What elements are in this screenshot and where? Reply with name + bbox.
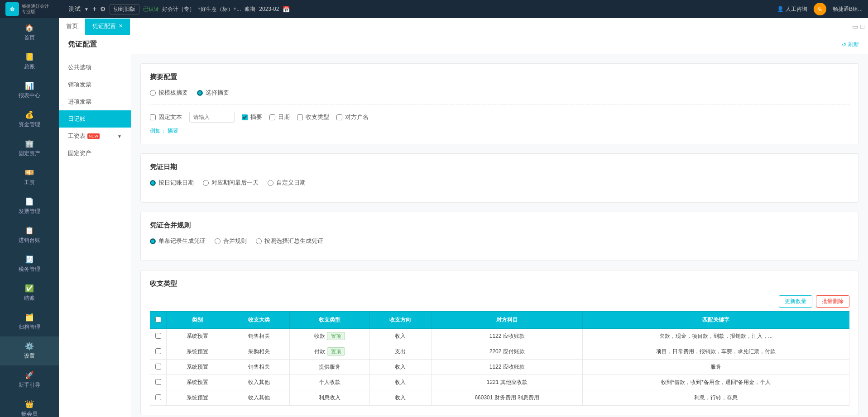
left-nav-public[interactable]: 公共选项 — [59, 59, 131, 76]
maximize-icon[interactable]: □ — [861, 23, 864, 30]
row5-category: 系统预置 — [167, 390, 228, 406]
th-direction: 收支方向 — [369, 312, 431, 329]
left-nav-payroll[interactable]: 工资表 NEW ▼ — [59, 128, 131, 145]
checkbox-fixed-text[interactable]: 固定文本 — [150, 113, 182, 121]
chevron-down-icon[interactable]: ▼ — [84, 7, 89, 12]
archive-icon: 🗂️ — [25, 313, 34, 322]
row4-check — [150, 375, 167, 390]
sidebar-item-salary[interactable]: 💴 工资 — [0, 163, 59, 192]
sidebar-item-checkout[interactable]: ✅ 结账 — [0, 279, 59, 308]
plus-icon[interactable]: + — [92, 5, 96, 13]
row3-subject: 1122 应收账款 — [432, 360, 583, 375]
table-wrapper: 类别 收支大类 收支类型 收支方向 对方科目 匹配关键字 — [150, 311, 849, 406]
status-tags: 已认证 好会计（专） +好生意（标）+... — [143, 5, 241, 13]
summary-radio-group: 按模板摘要 选择摘要 — [150, 89, 849, 97]
row2-keywords: 项目，日常费用，报销款，车费，承兑汇票，付款 — [583, 344, 849, 360]
tab-voucher-config[interactable]: 凭证配置 ✕ — [85, 19, 130, 35]
settings-icon: ⚙️ — [25, 342, 34, 351]
row1-tag[interactable]: 置顶 — [327, 332, 345, 340]
radio-summary-generate[interactable]: 按照选择汇总生成凭证 — [256, 237, 323, 245]
assets-icon: 🏢 — [25, 139, 34, 148]
logo-icon: 会 — [5, 2, 19, 16]
row3-type: 提供服务 — [290, 360, 370, 375]
report-icon: 📊 — [25, 81, 34, 90]
row1-big-type: 销售相关 — [228, 329, 290, 344]
radio-template[interactable]: 按模板摘要 — [150, 89, 188, 97]
sidebar-item-ledger[interactable]: 📒 总账 — [0, 47, 59, 76]
row1-keywords: 欠款，现金，项目款，到款，报销款，汇入，... — [583, 329, 849, 344]
row1-category: 系统预置 — [167, 329, 228, 344]
refresh-button[interactable]: ↺ 刷新 — [842, 41, 859, 48]
main-layout: 🏠 首页 📒 总账 📊 报表中心 💰 资金管理 🏢 固定资产 💴 工资 📄 发票… — [0, 18, 868, 417]
row2-big-type: 采购相关 — [228, 344, 290, 360]
radio-journal-date[interactable]: 按日记账日期 — [150, 179, 194, 187]
row2-check — [150, 344, 167, 360]
checkbox-row: 固定文本 摘要 日期 收支类型 — [150, 112, 849, 123]
minimize-icon[interactable]: ▭ — [852, 23, 858, 30]
sidebar-item-tax[interactable]: 🧾 税务管理 — [0, 250, 59, 279]
sidebar-item-purchase[interactable]: 📋 进销台账 — [0, 221, 59, 250]
funds-icon: 💰 — [25, 110, 34, 119]
radio-single-record[interactable]: 单条记录生成凭证 — [150, 237, 206, 245]
radio-select[interactable]: 选择摘要 — [197, 89, 229, 97]
row5-subject: 660301 财务费用 利息费用 — [432, 390, 583, 406]
tab-close-icon[interactable]: ✕ — [119, 23, 123, 29]
tab-bar-actions: ▭ □ — [852, 23, 864, 30]
logo-text: 畅捷通好会计 专业版 — [22, 4, 49, 14]
left-nav-sale-invoice[interactable]: 销项发票 — [59, 76, 131, 93]
batch-delete-button[interactable]: 批量删除 — [816, 295, 849, 308]
row3-direction: 收入 — [369, 360, 431, 375]
left-nav: 公共选项 销项发票 进项发票 日记账 工资表 NEW ▼ 固定资产 — [59, 54, 131, 417]
guide-icon: 🚀 — [25, 371, 34, 379]
row2-tag[interactable]: 置顶 — [327, 347, 345, 355]
checkbox-summary[interactable]: 摘要 — [242, 113, 262, 121]
fixed-text-input[interactable] — [189, 112, 235, 123]
income-expense-table: 类别 收支大类 收支类型 收支方向 对方科目 匹配关键字 — [150, 311, 849, 406]
left-nav-fixed-assets[interactable]: 固定资产 — [59, 145, 131, 162]
sidebar-item-settings[interactable]: ⚙️ 设置 — [0, 336, 59, 365]
table-row: 系统预置 销售相关 收款 置顶 收入 1122 应收账款 欠款，现金，项目款，到… — [150, 329, 849, 344]
th-category: 类别 — [167, 312, 228, 329]
radio-period-last-day[interactable]: 对应期间最后一天 — [203, 179, 259, 187]
checkbox-income-type[interactable]: 收支类型 — [297, 113, 329, 121]
sidebar-item-invoice[interactable]: 📄 发票管理 — [0, 192, 59, 221]
sidebar-item-assets[interactable]: 🏢 固定资产 — [0, 134, 59, 163]
sidebar-item-reports[interactable]: 📊 报表中心 — [0, 76, 59, 105]
row3-category: 系统预置 — [167, 360, 228, 375]
left-nav-purchase-invoice[interactable]: 进项发票 — [59, 93, 131, 110]
home-icon: 🏠 — [25, 24, 34, 32]
invoice-icon: 📄 — [25, 197, 34, 206]
sidebar-item-home[interactable]: 🏠 首页 — [0, 18, 59, 47]
sidebar-item-member[interactable]: 👑 畅会员 — [0, 394, 59, 417]
date-radio-group: 按日记账日期 对应期间最后一天 自定义日期 — [150, 179, 849, 187]
row1-subject: 1122 应收账款 — [432, 329, 583, 344]
right-content: 摘要配置 按模板摘要 选择摘要 — [131, 54, 868, 417]
sidebar-item-archive[interactable]: 🗂️ 归档管理 — [0, 308, 59, 336]
update-button[interactable]: 更新数量 — [779, 295, 812, 308]
checkbox-counterpart-name[interactable]: 对方户名 — [336, 113, 369, 121]
tab-home[interactable]: 首页 — [59, 19, 85, 35]
sidebar-item-guide[interactable]: 🚀 新手引导 — [0, 365, 59, 394]
checkbox-date[interactable]: 日期 — [269, 113, 290, 121]
switch-version-button[interactable]: 切到旧版 — [110, 4, 139, 14]
certified-tag: 已认证 — [143, 5, 159, 13]
radio-custom-date[interactable]: 自定义日期 — [268, 179, 306, 187]
row2-type: 付款 置顶 — [290, 344, 370, 360]
row2-category: 系统预置 — [167, 344, 228, 360]
refresh-icon: ↺ — [842, 42, 846, 48]
business-tag: +好生意（标）+... — [197, 5, 241, 13]
gear-icon[interactable]: ⚙ — [100, 5, 106, 13]
merge-radio-group: 单条记录生成凭证 合并规则 按照选择汇总生成凭证 — [150, 237, 849, 245]
left-nav-journal[interactable]: 日记账 — [59, 110, 131, 128]
consult-button[interactable]: 👤 人工咨询 — [777, 5, 807, 13]
select-all-checkbox[interactable] — [155, 317, 161, 322]
top-bar: 会 畅捷通好会计 专业版 测试 ▼ + ⚙ 切到旧版 已认证 好会计（专） +好… — [0, 0, 868, 18]
radio-merge-rules[interactable]: 合并规则 — [215, 237, 247, 245]
th-type: 收支类型 — [290, 312, 370, 329]
income-expense-section: 收支类型 更新数量 批量删除 类别 — [140, 270, 859, 415]
calendar-icon[interactable]: 📅 — [283, 6, 290, 13]
top-bar-right: 👤 人工咨询 头 畅捷通B组... — [777, 3, 863, 15]
merge-title: 凭证合并规则 — [150, 221, 849, 230]
sidebar-item-funds[interactable]: 💰 资金管理 — [0, 105, 59, 134]
tax-icon: 🧾 — [25, 255, 34, 264]
